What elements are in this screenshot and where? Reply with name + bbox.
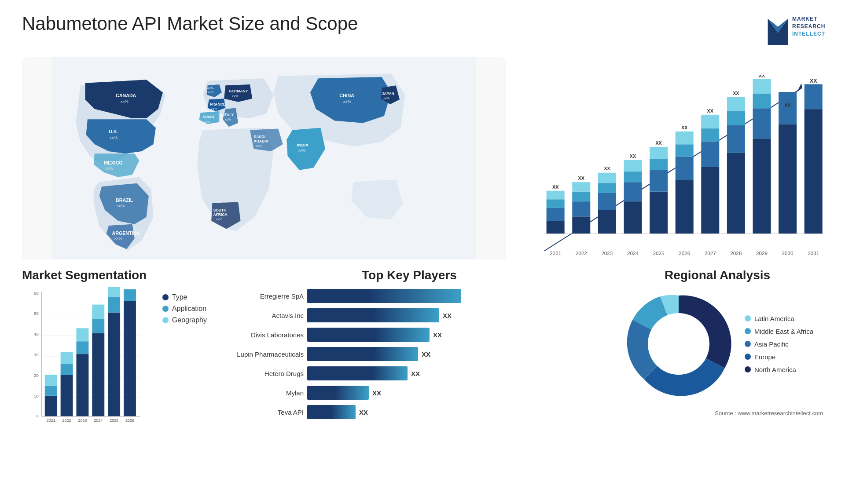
svg-rect-44 xyxy=(805,84,823,109)
argentina-sub: xx% xyxy=(114,236,123,241)
svg-rect-21 xyxy=(650,192,668,234)
svg-rect-30 xyxy=(701,141,719,167)
page-container: Nabumetone API Market Size and Scope MAR… xyxy=(0,0,845,504)
svg-rect-12 xyxy=(572,182,590,191)
year-2026: 2026 xyxy=(679,250,690,256)
southafrica-sub: xx% xyxy=(216,217,222,221)
svg-rect-31 xyxy=(701,128,719,141)
svg-rect-7 xyxy=(547,199,565,208)
player-name-mylan: Mylan xyxy=(216,389,304,397)
year-2024: 2024 xyxy=(627,250,639,256)
india-sub: xx% xyxy=(298,148,306,153)
svg-rect-64 xyxy=(61,364,73,375)
spain-sub: xx% xyxy=(204,120,210,124)
top-section: CANADA xx% U.S. xx% MEXICO xx% BRAZIL xx… xyxy=(22,57,823,259)
bar-xx-2028: XX xyxy=(733,91,739,96)
player-bar-teva xyxy=(307,405,356,419)
latin-dot xyxy=(745,315,751,321)
svg-rect-62 xyxy=(45,375,57,386)
segmentation-container: Market Segmentation 0 10 20 30 40 50 60 xyxy=(22,268,207,491)
saudi-label2: ARABIA xyxy=(254,139,268,143)
logo-line1: MARKET xyxy=(792,15,823,23)
player-bar-wrap-lupin: XX xyxy=(307,347,603,361)
seg-year-2023: 2023 xyxy=(78,418,87,423)
svg-rect-73 xyxy=(108,297,120,313)
seg-year-2025: 2025 xyxy=(110,418,118,423)
seg-bottom: 0 10 20 30 40 50 60 xyxy=(22,287,207,436)
seg-chart: 0 10 20 30 40 50 60 xyxy=(22,287,145,436)
bar-xx-2025: XX xyxy=(655,140,662,146)
svg-rect-36 xyxy=(727,97,745,111)
player-bar-wrap-actavis: XX xyxy=(307,308,603,322)
page-title: Nabumetone API Market Size and Scope xyxy=(22,13,358,34)
year-2029: 2029 xyxy=(756,250,768,256)
us-sub: xx% xyxy=(110,135,118,140)
asia-dot xyxy=(745,341,751,347)
mexico-sub: xx% xyxy=(105,166,113,171)
svg-rect-19 xyxy=(624,172,642,182)
svg-text:50: 50 xyxy=(34,311,39,316)
svg-rect-25 xyxy=(676,180,694,234)
spain-label: SPAIN xyxy=(203,115,214,119)
logo-text: MARKET RESEARCH INTELLECT xyxy=(792,15,823,37)
bar-chart: XX 2021 XX 2022 XX 2023 xyxy=(515,75,823,259)
seg-year-2026: 2026 xyxy=(125,418,134,423)
svg-text:60: 60 xyxy=(34,291,39,296)
svg-rect-29 xyxy=(701,167,719,234)
svg-rect-71 xyxy=(92,305,104,319)
uk-sub: xx% xyxy=(208,90,214,94)
saudi-label: SAUDI xyxy=(254,135,265,139)
players-container: Top Key Players Erregierre SpA Actavis I… xyxy=(216,268,603,491)
svg-rect-75 xyxy=(124,301,136,416)
svg-rect-27 xyxy=(676,144,694,156)
svg-rect-8 xyxy=(547,191,565,200)
player-xx-actavis: XX xyxy=(443,312,452,319)
svg-rect-34 xyxy=(727,125,745,153)
player-bar-erregierre xyxy=(307,289,461,303)
svg-rect-13 xyxy=(598,210,616,234)
france-sub: xx% xyxy=(211,107,217,111)
bar-xx-2031: XX xyxy=(810,78,817,84)
svg-rect-17 xyxy=(624,201,642,234)
bar-xx-2029: XX xyxy=(759,75,765,78)
players-title: Top Key Players xyxy=(216,268,603,282)
seg-year-2022: 2022 xyxy=(62,418,71,423)
svg-rect-28 xyxy=(676,131,694,144)
application-label: Application xyxy=(172,305,206,313)
player-name-actavis: Actavis Inc xyxy=(216,312,304,319)
seg-year-2021: 2021 xyxy=(47,418,55,423)
geography-dot xyxy=(162,317,169,323)
svg-rect-66 xyxy=(76,354,88,416)
svg-rect-32 xyxy=(701,115,719,128)
player-row-divis: Divis Laboratories XX xyxy=(216,328,603,342)
us-label: U.S. xyxy=(109,129,118,134)
svg-point-77 xyxy=(648,313,709,375)
canada-sub: xx% xyxy=(121,99,129,104)
bar-xx-2021: XX xyxy=(552,184,559,190)
type-dot xyxy=(162,294,169,300)
seg-legend: Type Application Geography xyxy=(162,293,207,324)
germany-label: GERMANY xyxy=(229,89,248,93)
bar-xx-2023: XX xyxy=(604,166,610,171)
legend-europe: Europe xyxy=(745,353,813,361)
svg-rect-61 xyxy=(45,386,57,396)
player-name-lupin: Lupin Pharmaceuticals xyxy=(216,351,304,358)
svg-rect-38 xyxy=(753,108,771,138)
svg-rect-23 xyxy=(650,159,668,170)
legend-asia: Asia Pacific xyxy=(745,340,813,348)
svg-rect-60 xyxy=(45,396,57,416)
svg-rect-40 xyxy=(753,79,771,94)
north-america-label: North America xyxy=(754,366,796,373)
svg-rect-65 xyxy=(61,352,73,364)
source-text: Source : www.marketresearchintellect.com xyxy=(612,410,823,416)
mexico-label: MEXICO xyxy=(104,160,122,165)
player-name-teva: Teva API xyxy=(216,409,304,416)
china-sub: xx% xyxy=(343,99,352,104)
svg-rect-43 xyxy=(805,109,823,234)
logo-area: MARKET RESEARCH INTELLECT xyxy=(766,13,823,48)
svg-rect-35 xyxy=(727,111,745,125)
argentina-label: ARGENTINA xyxy=(112,230,140,236)
svg-rect-72 xyxy=(108,312,120,416)
regional-container: Regional Analysis xyxy=(612,268,823,491)
year-2023: 2023 xyxy=(601,250,613,256)
